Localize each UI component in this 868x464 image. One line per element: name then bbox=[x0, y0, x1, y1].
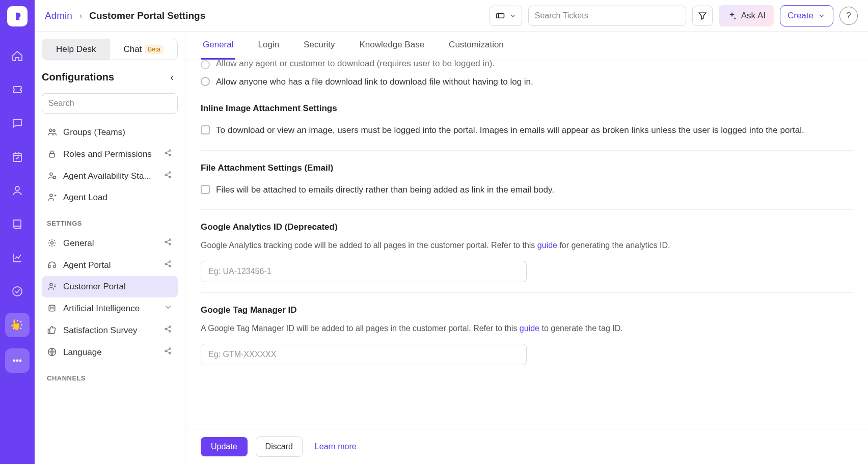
ai-icon bbox=[47, 303, 58, 314]
footer-actions: Update Discard Learn more bbox=[185, 429, 868, 464]
sidebar-item-satisfaction[interactable]: Satisfaction Survey bbox=[42, 319, 178, 341]
svg-point-11 bbox=[165, 152, 167, 154]
content-panel: General Login Security Knowledge Base Cu… bbox=[185, 32, 868, 464]
tabs: General Login Security Knowledge Base Cu… bbox=[185, 32, 868, 60]
radio-download-logged-in[interactable] bbox=[201, 60, 210, 69]
radio-download-anyone[interactable] bbox=[201, 77, 210, 86]
sidebar-item-agent-portal[interactable]: Agent Portal bbox=[42, 254, 178, 276]
rail-home-icon[interactable] bbox=[5, 44, 30, 68]
svg-point-31 bbox=[169, 331, 171, 332]
rail-check-icon[interactable] bbox=[5, 279, 30, 304]
page-title: Customer Portal Settings bbox=[89, 10, 205, 21]
svg-point-26 bbox=[169, 265, 171, 267]
breadcrumb-root[interactable]: Admin bbox=[45, 10, 72, 21]
create-label: Create bbox=[788, 11, 813, 21]
rail-analytics-icon[interactable] bbox=[5, 245, 30, 270]
nav-rail bbox=[0, 0, 35, 464]
app-logo[interactable] bbox=[7, 6, 28, 26]
tab-general[interactable]: General bbox=[201, 32, 235, 60]
learn-more-link[interactable]: Learn more bbox=[315, 442, 357, 451]
globe-icon bbox=[47, 347, 58, 358]
chevron-down-icon bbox=[818, 12, 826, 20]
breadcrumb: Admin › Customer Portal Settings bbox=[45, 10, 205, 21]
sidebar-item-agent-load[interactable]: Agent Load bbox=[42, 187, 178, 208]
share-icon bbox=[164, 148, 173, 160]
svg-point-15 bbox=[53, 176, 56, 178]
gtm-id-input[interactable] bbox=[201, 344, 527, 365]
svg-point-8 bbox=[49, 129, 52, 131]
toggle-helpdesk[interactable]: Help Desk bbox=[42, 39, 110, 60]
svg-point-16 bbox=[165, 174, 167, 176]
gtm-title: Google Tag Manager ID bbox=[201, 305, 853, 315]
ga-id-input[interactable] bbox=[201, 261, 527, 282]
svg-point-6 bbox=[20, 360, 21, 362]
svg-point-3 bbox=[16, 323, 19, 326]
ga-guide-link[interactable]: guide bbox=[537, 241, 557, 250]
sidebar-item-general[interactable]: General bbox=[42, 232, 178, 254]
sidebar-item-groups[interactable]: Groups (Teams) bbox=[42, 122, 178, 143]
lock-icon bbox=[47, 149, 58, 160]
radio-label: Allow any agent or customer to download … bbox=[216, 60, 495, 70]
svg-rect-0 bbox=[13, 153, 21, 161]
help-button[interactable]: ? bbox=[839, 7, 858, 25]
rail-calendar-icon[interactable] bbox=[5, 145, 30, 169]
ticket-type-selector[interactable] bbox=[490, 6, 522, 26]
gtm-description: A Google Tag Manager ID will be added to… bbox=[201, 322, 853, 335]
share-icon bbox=[164, 259, 173, 271]
sidebar-item-language[interactable]: Language bbox=[42, 341, 178, 363]
user-status-icon bbox=[47, 171, 58, 182]
tab-kb[interactable]: Knowledge Base bbox=[358, 32, 427, 60]
search-tickets-input[interactable] bbox=[528, 6, 686, 26]
svg-point-25 bbox=[169, 261, 171, 262]
inline-image-title: Inline Image Attachment Settings bbox=[201, 103, 853, 114]
thumbs-up-icon bbox=[47, 325, 58, 336]
topbar: Admin › Customer Portal Settings Ask AI bbox=[35, 0, 868, 32]
svg-point-33 bbox=[165, 350, 167, 352]
tab-customization[interactable]: Customization bbox=[447, 32, 506, 60]
sidebar-item-roles[interactable]: Roles and Permissions bbox=[42, 143, 178, 165]
svg-point-30 bbox=[169, 326, 171, 327]
ga-description: Google Analytics tracking code will be a… bbox=[201, 239, 853, 252]
share-icon bbox=[164, 170, 173, 182]
sidebar-item-availability[interactable]: Agent Availability Sta... bbox=[42, 165, 178, 187]
checkbox-inline-image[interactable] bbox=[201, 125, 210, 134]
svg-rect-7 bbox=[496, 13, 504, 17]
filter-button[interactable] bbox=[692, 6, 713, 26]
config-sidebar: Help Desk Chat Beta Configurations ‹ Gro… bbox=[35, 32, 185, 464]
svg-point-17 bbox=[169, 172, 171, 173]
channels-header: CHANNELS bbox=[42, 363, 178, 387]
collapse-sidebar-icon[interactable]: ‹ bbox=[166, 69, 178, 85]
sidebar-item-ai[interactable]: Artificial Intelligence bbox=[42, 297, 178, 319]
svg-point-13 bbox=[169, 154, 171, 156]
share-icon bbox=[164, 324, 173, 336]
svg-point-27 bbox=[50, 283, 52, 286]
sidebar-item-customer-portal[interactable]: Customer Portal bbox=[42, 276, 178, 297]
rail-user-icon[interactable] bbox=[5, 178, 30, 203]
chevron-down-icon bbox=[164, 303, 173, 314]
rail-ticket-icon[interactable] bbox=[5, 77, 30, 102]
svg-point-1 bbox=[15, 186, 19, 190]
tab-login[interactable]: Login bbox=[256, 32, 281, 60]
sidebar-search-input[interactable] bbox=[42, 93, 178, 114]
settings-scroll[interactable]: Allow any agent or customer to download … bbox=[185, 60, 868, 429]
file-email-title: File Attachment Settings (Email) bbox=[201, 163, 853, 173]
rail-chat-icon[interactable] bbox=[5, 111, 30, 135]
create-button[interactable]: Create bbox=[780, 5, 833, 26]
update-button[interactable]: Update bbox=[201, 437, 248, 456]
discard-button[interactable]: Discard bbox=[256, 436, 303, 457]
checkbox-file-email[interactable] bbox=[201, 185, 210, 194]
svg-point-2 bbox=[13, 287, 22, 296]
svg-point-4 bbox=[14, 360, 15, 362]
gtm-guide-link[interactable]: guide bbox=[520, 324, 539, 333]
chevron-right-icon: › bbox=[79, 11, 82, 20]
rail-more-icon[interactable] bbox=[5, 348, 30, 373]
beta-badge: Beta bbox=[145, 45, 164, 54]
ask-ai-button[interactable]: Ask AI bbox=[719, 5, 774, 26]
tab-security[interactable]: Security bbox=[302, 32, 337, 60]
product-toggle: Help Desk Chat Beta bbox=[42, 39, 178, 60]
rail-book-icon[interactable] bbox=[5, 212, 30, 236]
filter-icon bbox=[697, 11, 708, 21]
svg-point-35 bbox=[169, 352, 171, 354]
rail-settings-icon[interactable] bbox=[5, 313, 30, 337]
toggle-chat[interactable]: Chat Beta bbox=[110, 39, 178, 60]
